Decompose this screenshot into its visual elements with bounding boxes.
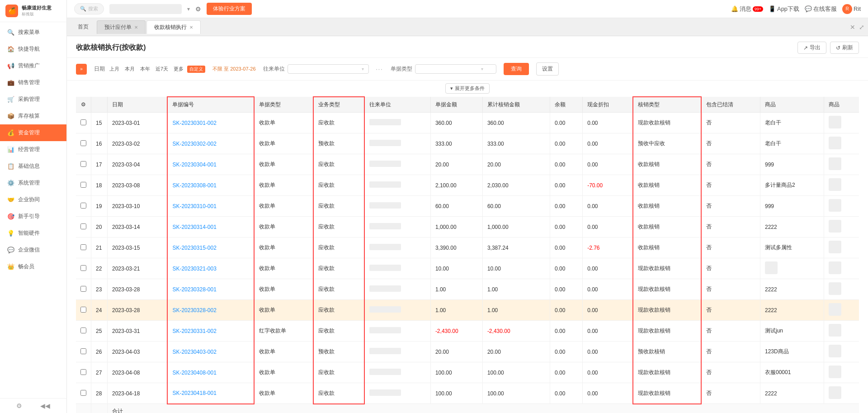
sidebar-item-quicknav[interactable]: 🏠快捷导航 [0,41,66,57]
export-btn[interactable]: ↗ 导出 [797,42,826,54]
td-rowcheck[interactable] [76,258,91,279]
sidebar-item-search[interactable]: 🔍搜索菜单 [0,24,66,41]
sidebar-item-member[interactable]: 👑畅会员 [0,258,66,275]
topbar-settings-icon[interactable]: ⚙ [195,5,201,13]
messages-btn[interactable]: 🔔 消息 99+ [731,5,763,13]
date-btn-thismonth[interactable]: 本月 [123,65,137,73]
solution-btn[interactable]: 体验行业方案 [207,3,252,15]
td-singleno[interactable]: SK-20230304-001 [167,154,254,175]
row-checkbox[interactable] [80,390,86,396]
th-verifytype[interactable]: 核销类型 [633,97,701,113]
td-rowcheck[interactable] [76,133,91,154]
td-singleno[interactable]: SK-20230408-001 [167,362,254,383]
singleno-link[interactable]: SK-20230403-002 [172,349,216,355]
collapse-icon[interactable]: ◀◀ [40,402,50,409]
query-btn[interactable]: 查询 [504,63,529,75]
singleno-link[interactable]: SK-20230302-002 [172,141,216,147]
td-singleno[interactable]: SK-20230331-002 [167,321,254,342]
td-rowcheck[interactable] [76,175,91,196]
sidebar-item-operations[interactable]: 📊经营管理 [0,141,66,158]
sidebar-item-enterprise[interactable]: 🤝企业协同 [0,191,66,208]
singleno-link[interactable]: SK-20230418-001 [172,390,216,396]
td-singleno[interactable]: SK-20230403-002 [167,342,254,362]
td-singleno[interactable]: SK-20230301-002 [167,113,254,133]
sidebar-item-hardware[interactable]: 💡智能硬件 [0,225,66,242]
date-btn-custom[interactable]: 自定义 [187,66,205,73]
row-checkbox[interactable] [80,182,86,188]
td-rowcheck[interactable] [76,300,91,321]
row-checkbox[interactable] [80,348,86,354]
th-partner[interactable]: 往来单位 [364,97,431,113]
td-rowcheck[interactable] [76,113,91,133]
tab-pending-close[interactable]: ✕ [134,25,138,30]
td-rowcheck[interactable] [76,217,91,237]
tab-pending[interactable]: 预计应付单 ✕ [97,20,146,34]
td-singleno[interactable]: SK-20230310-001 [167,196,254,217]
td-singleno[interactable]: SK-20230418-001 [167,383,254,404]
td-singleno[interactable]: SK-20230315-002 [167,237,254,258]
row-checkbox[interactable] [80,307,86,313]
th-singleno[interactable]: 单据编号 [167,97,254,113]
singleno-link[interactable]: SK-20230310-001 [172,203,216,209]
date-btn-thisyear[interactable]: 本年 [138,65,152,73]
th-cashdiscount[interactable]: 现金折扣 [583,97,633,113]
row-checkbox[interactable] [80,203,86,209]
td-singleno[interactable]: SK-20230328-002 [167,300,254,321]
sidebar-item-guide[interactable]: 🎯新手引导 [0,208,66,225]
singleno-link[interactable]: SK-20230304-001 [172,161,216,168]
tab-close-all[interactable]: ✕ [850,24,855,31]
td-rowcheck[interactable] [76,196,91,217]
singleno-link[interactable]: SK-20230328-002 [172,307,216,313]
filter-settings-btn[interactable]: 设置 [536,62,559,76]
date-btn-lastmonth[interactable]: 上月 [108,65,121,73]
tab-collection[interactable]: 收款核销执行 ✕ [146,20,201,34]
row-checkbox[interactable] [80,369,86,375]
topbar-dropdown-icon[interactable]: ▾ [187,6,190,12]
td-rowcheck[interactable] [76,237,91,258]
td-singleno[interactable]: SK-20230302-002 [167,133,254,154]
row-checkbox[interactable] [80,119,86,125]
date-btn-7days[interactable]: 近7天 [154,65,170,73]
tab-home[interactable]: 首页 [71,20,96,33]
row-checkbox[interactable] [80,328,86,333]
sidebar-item-system[interactable]: ⚙️系统管理 [0,175,66,191]
row-checkbox[interactable] [80,140,86,146]
row-checkbox[interactable] [80,244,86,250]
sidebar-item-inventory[interactable]: 📦库存核算 [0,108,66,124]
singleno-link[interactable]: SK-20230328-001 [172,286,216,293]
td-rowcheck[interactable] [76,321,91,342]
td-singleno[interactable]: SK-20230314-001 [167,217,254,237]
th-verifyamt[interactable]: 累计核销金额 [482,97,550,113]
row-checkbox[interactable] [80,223,86,229]
th-settings[interactable]: ⚙ [76,97,91,113]
row-checkbox[interactable] [80,286,86,292]
th-includeclear[interactable]: 包含已结清 [701,97,760,113]
partner-input[interactable]: ▾ [288,64,369,74]
th-goods1[interactable]: 商品 [760,97,824,113]
singleno-link[interactable]: SK-20230301-002 [172,120,216,126]
td-rowcheck[interactable] [76,342,91,362]
th-biztype[interactable]: 业务类型 [313,97,364,113]
singleno-link[interactable]: SK-20230314-001 [172,224,216,230]
settings-icon[interactable]: ⚙ [16,402,22,409]
tab-collection-close[interactable]: ✕ [189,25,193,30]
col-settings-icon[interactable]: ⚙ [81,101,86,108]
expand-btn[interactable]: ▾ 展开更多条件 [445,83,489,94]
online-service-btn[interactable]: 💬 在线客服 [805,5,837,13]
date-btn-more[interactable]: 更多 [172,65,185,73]
td-rowcheck[interactable] [76,362,91,383]
th-goods2[interactable]: 商品 [824,97,859,113]
sidebar-item-purchase[interactable]: 🛒采购管理 [0,91,66,108]
th-singletype[interactable]: 单据类型 [254,97,313,113]
sidebar-item-sales[interactable]: 💼销售管理 [0,74,66,91]
th-balance[interactable]: 余额 [550,97,583,113]
app-download-btn[interactable]: 📱 App下载 [769,5,799,13]
td-rowcheck[interactable] [76,154,91,175]
user-avatar[interactable]: R Rit [842,4,861,14]
refresh-btn[interactable]: ↺ 刷新 [830,42,859,54]
singleno-link[interactable]: SK-20230408-001 [172,370,216,376]
td-singleno[interactable]: SK-20230321-003 [167,258,254,279]
th-amount[interactable]: 单据金额 [430,97,482,113]
sidebar-item-marketing[interactable]: 📢营销推广 [0,57,66,74]
sidebar-item-wechat[interactable]: 💬企业微信 [0,242,66,258]
